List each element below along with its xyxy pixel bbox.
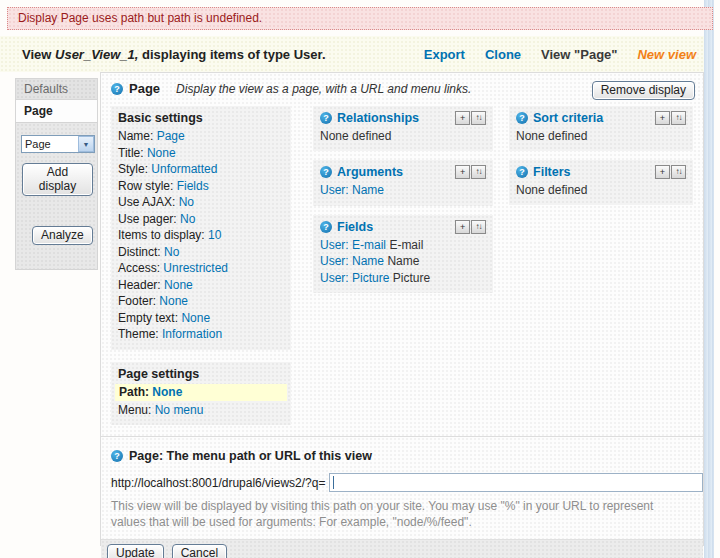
path-input[interactable] (329, 473, 703, 492)
argument-user-name-link[interactable]: User: Name (320, 183, 384, 197)
setting-row: Items to display: 10 (118, 227, 284, 244)
rearrange-icon[interactable]: ↑↓ (471, 111, 486, 125)
help-icon[interactable]: ? (516, 112, 528, 124)
add-icon[interactable]: + (455, 165, 470, 179)
relationships-empty: None defined (320, 128, 486, 144)
display-type-select[interactable]: Page ▼ (21, 135, 95, 153)
help-icon[interactable]: ? (320, 166, 332, 178)
filters-title-link[interactable]: Filters (533, 165, 650, 179)
view-page-link[interactable]: View "Page" (541, 47, 617, 62)
setting-row: Theme: Information (118, 326, 284, 343)
basic-settings-box: Basic settings Name: Page Title: None St… (111, 106, 291, 350)
basic-settings-title: Basic settings (118, 111, 203, 125)
tab-page-label: Page (24, 104, 53, 118)
field-item: User: E-mail E-mail (320, 237, 486, 254)
rearrange-icon[interactable]: ↑↓ (671, 111, 686, 125)
path-form-title: Page: The menu path or URL of this view (129, 449, 372, 463)
setting-ajax-link[interactable]: No (179, 195, 194, 209)
chevron-down-icon: ▼ (78, 136, 94, 152)
export-link[interactable]: Export (424, 47, 465, 62)
path-form: ? Page: The menu path or URL of this vie… (101, 436, 703, 558)
column-middle: ? Relationships + ↑↓ None defined ? Argu… (313, 106, 493, 302)
setting-pager-link[interactable]: No (180, 212, 195, 226)
help-icon[interactable]: ? (516, 166, 528, 178)
rearrange-icon[interactable]: ↑↓ (671, 165, 686, 179)
setting-access-link[interactable]: Unrestricted (163, 261, 228, 275)
tab-page[interactable]: Page (15, 99, 98, 122)
column-right: ? Sort criteria + ↑↓ None defined ? Filt… (509, 106, 693, 214)
setting-name-link[interactable]: Page (157, 129, 185, 143)
display-panel-header: ? Page Display the view as a page, with … (101, 73, 703, 104)
field-picture-link[interactable]: User: Picture (320, 271, 389, 285)
setting-items-link[interactable]: 10 (208, 228, 221, 242)
clone-link[interactable]: Clone (485, 47, 521, 62)
display-description: Display the view as a page, with a URL a… (176, 82, 471, 96)
path-value-link[interactable]: None (152, 385, 182, 399)
setting-empty-text-link[interactable]: None (181, 311, 210, 325)
sort-criteria-empty: None defined (516, 128, 686, 144)
help-icon[interactable]: ? (320, 112, 332, 124)
menu-label: Menu: (118, 403, 151, 417)
help-icon[interactable]: ? (111, 450, 123, 462)
setting-distinct-link[interactable]: No (164, 245, 179, 259)
analyze-button[interactable]: Analyze (32, 226, 93, 245)
display-settings-panel: ? Page Display the view as a page, with … (100, 72, 704, 546)
page-settings-header: Page settings (118, 367, 284, 381)
path-input-wrap (329, 473, 703, 492)
view-title: View User_View_1, displaying items of ty… (22, 47, 326, 62)
relationships-controls: + ↑↓ (455, 111, 486, 125)
menu-value-link[interactable]: No menu (155, 403, 204, 417)
menu-setting-row: Menu: No menu (118, 402, 284, 419)
setting-row: Distinct: No (118, 244, 284, 261)
argument-item: User: Name (320, 182, 486, 199)
add-icon[interactable]: + (455, 111, 470, 125)
setting-header-link[interactable]: None (164, 278, 193, 292)
relationships-box: ? Relationships + ↑↓ None defined (313, 106, 493, 151)
column-basic-settings: Basic settings Name: Page Title: None St… (111, 106, 291, 434)
setting-footer-link[interactable]: None (159, 294, 188, 308)
setting-title-link[interactable]: None (147, 146, 176, 160)
add-icon[interactable]: + (655, 165, 670, 179)
sort-criteria-controls: + ↑↓ (655, 111, 686, 125)
sort-criteria-title-link[interactable]: Sort criteria (533, 111, 650, 125)
setting-theme-link[interactable]: Information (162, 327, 222, 341)
sort-criteria-box: ? Sort criteria + ↑↓ None defined (509, 106, 693, 151)
help-icon[interactable]: ? (320, 221, 332, 233)
new-view-link[interactable]: New view (637, 47, 696, 62)
path-url-row: http://localhost:8001/drupal6/views2/?q= (101, 473, 703, 492)
setting-row: Use pager: No (118, 211, 284, 228)
help-icon[interactable]: ? (111, 83, 123, 95)
error-message: Display Page uses path but path is undef… (7, 7, 713, 30)
tab-defaults[interactable]: Defaults (15, 78, 98, 99)
form-actions: Update Cancel (101, 539, 703, 558)
rearrange-icon[interactable]: ↑↓ (471, 165, 486, 179)
setting-row: Row style: Fields (118, 178, 284, 195)
arguments-box: ? Arguments + ↑↓ User: Name (313, 160, 493, 206)
rearrange-icon[interactable]: ↑↓ (471, 220, 486, 234)
display-type-select-value: Page (22, 138, 78, 150)
cancel-button[interactable]: Cancel (172, 544, 227, 558)
remove-display-button[interactable]: Remove display (592, 81, 695, 100)
filters-controls: + ↑↓ (655, 165, 686, 179)
fields-title-link[interactable]: Fields (337, 220, 450, 234)
view-header: View User_View_1, displaying items of ty… (0, 36, 704, 72)
text-cursor (333, 476, 334, 489)
arguments-controls: + ↑↓ (455, 165, 486, 179)
view-title-prefix: View (22, 47, 51, 62)
settings-columns: Basic settings Name: Page Title: None St… (101, 104, 703, 434)
relationships-title-link[interactable]: Relationships (337, 111, 450, 125)
url-prefix: http://localhost:8001/drupal6/views2/?q= (111, 476, 325, 490)
add-icon[interactable]: + (455, 220, 470, 234)
field-name-link[interactable]: User: Name (320, 254, 384, 268)
path-form-header: ? Page: The menu path or URL of this vie… (101, 449, 703, 463)
setting-style-link[interactable]: Unformatted (151, 162, 217, 176)
field-email-link[interactable]: User: E-mail (320, 238, 386, 252)
view-title-suffix: displaying items of type User. (142, 47, 326, 62)
error-message-text: Display Page uses path but path is undef… (18, 11, 262, 25)
arguments-title-link[interactable]: Arguments (337, 165, 450, 179)
add-icon[interactable]: + (655, 111, 670, 125)
setting-row-style-link[interactable]: Fields (177, 179, 209, 193)
field-item: User: Picture Picture (320, 270, 486, 287)
update-button[interactable]: Update (107, 544, 164, 558)
add-display-button[interactable]: Add display (22, 163, 93, 196)
